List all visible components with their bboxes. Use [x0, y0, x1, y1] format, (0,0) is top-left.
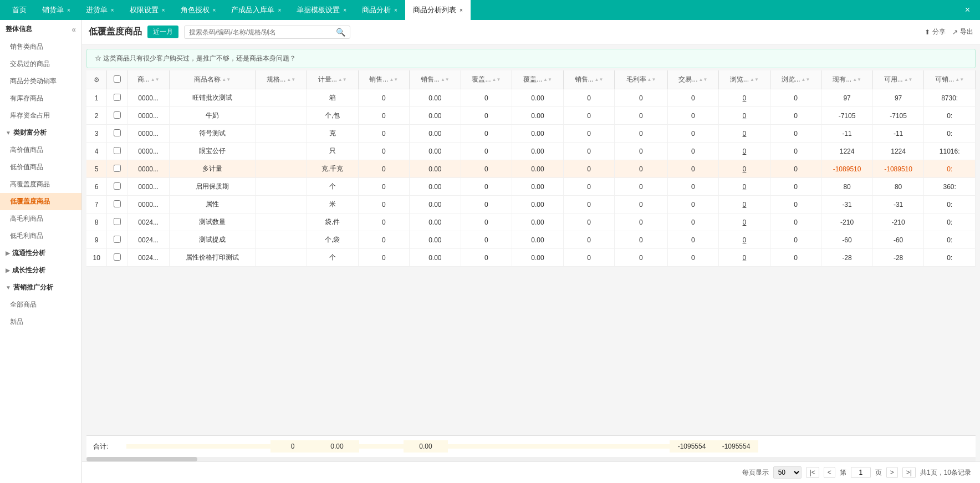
sort-icon[interactable]: ▲▼ [492, 78, 501, 82]
th-browse1[interactable]: 浏览...▲▼ [719, 70, 770, 89]
sidebar-group-marketing[interactable]: ▼ 营销推广分析 [0, 279, 81, 296]
th-sales3[interactable]: 销售...▲▼ [563, 70, 615, 89]
row-browse1[interactable]: 0 [719, 89, 770, 107]
row-checkbox[interactable] [107, 125, 127, 143]
sidebar-item-high-value[interactable]: 高价值商品 [0, 141, 81, 159]
last-page-button[interactable]: >| [902, 467, 916, 478]
sidebar-item-in-stock[interactable]: 有库存商品 [0, 90, 81, 107]
share-button[interactable]: ⬆ 分享 [925, 27, 946, 37]
page-size-select[interactable]: 50 100 200 [773, 466, 802, 479]
nav-template-settings[interactable]: 单据模板设置 × [289, 0, 354, 20]
nav-product-analysis-list[interactable]: 商品分析列表 × [405, 0, 471, 20]
search-input[interactable] [189, 28, 334, 36]
sort-icon[interactable]: ▲▼ [647, 78, 656, 82]
sort-icon[interactable]: ▲▼ [699, 78, 708, 82]
row-checkbox[interactable] [107, 178, 127, 196]
sort-icon[interactable]: ▲▼ [338, 78, 347, 82]
row-checkbox[interactable] [107, 213, 127, 231]
sidebar-overall-section[interactable]: 整体信息 « [0, 20, 81, 38]
th-cover1[interactable]: 覆盖...▲▼ [461, 70, 512, 89]
row-select-checkbox[interactable] [114, 182, 121, 190]
th-unit[interactable]: 计量...▲▼ [307, 70, 358, 89]
settings-icon[interactable]: ⚙ [94, 76, 100, 84]
th-trade[interactable]: 交易...▲▼ [667, 70, 719, 89]
sidebar-item-all-goods[interactable]: 全部商品 [0, 296, 81, 313]
page-number-input[interactable] [851, 467, 871, 478]
close-icon[interactable]: × [278, 7, 281, 13]
collapse-icon[interactable]: « [72, 25, 76, 34]
close-icon[interactable]: × [213, 7, 216, 13]
row-browse1[interactable]: 0 [719, 125, 770, 143]
sidebar-group-growth[interactable]: ▶ 成长性分析 [0, 262, 81, 279]
sort-icon[interactable]: ▲▼ [287, 78, 295, 82]
row-browse1[interactable]: 0 [719, 249, 770, 267]
sidebar-item-low-coverage[interactable]: 低覆盖度商品 [0, 193, 81, 210]
window-close-button[interactable]: × [959, 5, 976, 15]
row-select-checkbox[interactable] [114, 147, 121, 154]
row-checkbox[interactable] [107, 89, 127, 107]
nav-permission-settings[interactable]: 权限设置 × [122, 0, 173, 20]
sidebar-item-new-goods[interactable]: 新品 [0, 313, 81, 331]
nav-home[interactable]: 首页 [4, 0, 34, 20]
th-saleable[interactable]: 可销...▲▼ [924, 70, 976, 89]
export-button[interactable]: ↗ 导出 [952, 27, 973, 37]
nav-role-auth[interactable]: 角色授权 × [173, 0, 224, 20]
row-checkbox[interactable] [107, 231, 127, 249]
sidebar-item-low-value[interactable]: 低价值商品 [0, 159, 81, 176]
sort-icon[interactable]: ▲▼ [904, 78, 913, 82]
th-gross-margin[interactable]: 毛利率▲▼ [615, 70, 667, 89]
th-available-qty[interactable]: 可用...▲▼ [872, 70, 924, 89]
sort-icon[interactable]: ▲▼ [595, 78, 604, 82]
close-icon[interactable]: × [111, 7, 114, 13]
row-select-checkbox[interactable] [114, 129, 121, 136]
prev-page-button[interactable]: < [824, 467, 835, 478]
th-sales-amt[interactable]: 销售...▲▼ [410, 70, 461, 89]
select-all-checkbox[interactable] [114, 75, 121, 83]
sort-icon[interactable]: ▲▼ [151, 78, 160, 82]
row-select-checkbox[interactable] [114, 236, 121, 243]
th-cover2[interactable]: 覆盖...▲▼ [512, 70, 564, 89]
time-filter-button[interactable]: 近一月 [147, 26, 178, 38]
data-table-container[interactable]: ⚙ 商...▲▼ 商品名称▲▼ 规格...▲▼ 计量. [86, 70, 976, 435]
row-select-checkbox[interactable] [114, 165, 121, 172]
row-checkbox[interactable] [107, 196, 127, 213]
row-browse1[interactable]: 0 [719, 143, 770, 160]
sidebar-item-traded-goods[interactable]: 交易过的商品 [0, 55, 81, 73]
sort-icon[interactable]: ▲▼ [543, 78, 552, 82]
row-browse1[interactable]: 0 [719, 213, 770, 231]
row-browse1[interactable]: 0 [719, 196, 770, 213]
row-browse1[interactable]: 0 [719, 178, 770, 196]
search-icon[interactable]: 🔍 [336, 28, 345, 37]
row-checkbox[interactable] [107, 107, 127, 125]
sort-icon[interactable]: ▲▼ [441, 78, 450, 82]
nav-sales-order[interactable]: 销货单 × [34, 0, 78, 20]
sidebar-group-liquidity[interactable]: ▶ 流通性分析 [0, 245, 81, 262]
sort-icon[interactable]: ▲▼ [750, 78, 759, 82]
th-current-qty[interactable]: 现有...▲▼ [821, 70, 873, 89]
next-page-button[interactable]: > [886, 467, 898, 478]
sort-icon[interactable]: ▲▼ [802, 78, 810, 82]
sidebar-item-inventory-capital[interactable]: 库存资金占用 [0, 107, 81, 124]
sidebar-item-high-coverage[interactable]: 高覆盖度商品 [0, 176, 81, 193]
row-checkbox[interactable] [107, 160, 127, 178]
sidebar-item-sales-goods[interactable]: 销售类商品 [0, 38, 81, 55]
th-settings[interactable]: ⚙ [86, 70, 107, 89]
sort-icon[interactable]: ▲▼ [389, 78, 398, 82]
th-name[interactable]: 商品名称▲▼ [169, 70, 256, 89]
row-select-checkbox[interactable] [114, 94, 121, 101]
row-select-checkbox[interactable] [114, 253, 121, 261]
scrollbar-thumb[interactable] [86, 457, 197, 461]
th-checkbox[interactable] [107, 70, 127, 89]
th-sales-qty[interactable]: 销售...▲▼ [358, 70, 410, 89]
first-page-button[interactable]: |< [806, 467, 819, 478]
row-checkbox[interactable] [107, 249, 127, 267]
th-browse2[interactable]: 浏览...▲▼ [770, 70, 821, 89]
sort-icon[interactable]: ▲▼ [955, 78, 964, 82]
sort-icon[interactable]: ▲▼ [853, 78, 861, 82]
sidebar-group-wealth-analysis[interactable]: ▼ 类财富分析 [0, 124, 81, 141]
close-icon[interactable]: × [67, 7, 70, 13]
close-icon[interactable]: × [343, 7, 346, 13]
th-code[interactable]: 商...▲▼ [127, 70, 169, 89]
nav-product-inbound[interactable]: 产成品入库单 × [223, 0, 289, 20]
close-icon[interactable]: × [162, 7, 165, 13]
